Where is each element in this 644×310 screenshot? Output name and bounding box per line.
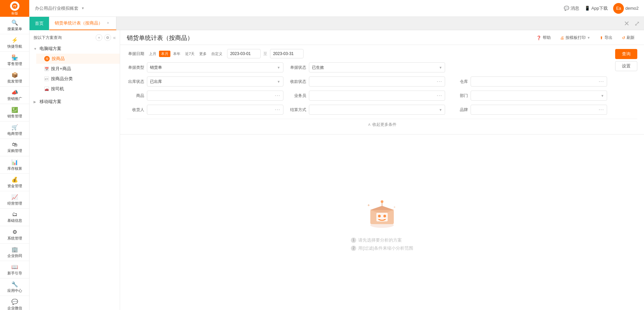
app-download-label: App下载 bbox=[591, 5, 608, 11]
sidebar-item-system[interactable]: ⚙ 系统管理 bbox=[0, 226, 29, 244]
dept-control[interactable]: ▼ bbox=[471, 91, 607, 101]
sidebar-item-guide-label: 新手引导 bbox=[7, 271, 22, 275]
date-tab-current-month[interactable]: 本月 bbox=[159, 51, 170, 57]
sidebar-item-search-label: 搜索菜单 bbox=[7, 27, 22, 31]
brand-label: 品牌 bbox=[450, 107, 468, 113]
by-dept-label: 按司机 bbox=[51, 86, 64, 92]
stock-status-control[interactable]: 已出库 ▼ bbox=[147, 76, 283, 87]
print-label: 按模板打印 bbox=[566, 35, 586, 41]
system-icon: ⚙ bbox=[12, 229, 17, 235]
warehouse-control[interactable]: ··· bbox=[471, 76, 607, 87]
sidebar-item-basic[interactable]: 🗂 基础信息 bbox=[0, 209, 29, 226]
page-actions: ❓ 帮助 🖨 按模板打印 ▼ ⬆ 导出 ↺ 刷新 bbox=[534, 34, 637, 42]
marketing-icon: 📣 bbox=[11, 89, 18, 96]
step-2-text: 用[过滤]条件来缩小分析范围 bbox=[358, 245, 413, 251]
doc-status-control[interactable]: 已生效 ▼ bbox=[309, 62, 445, 72]
tree-mobile-group[interactable]: ▶ 移动端方案 bbox=[30, 97, 120, 107]
header-right: 💬 消息 📱 App下载 Ea demo2 bbox=[564, 3, 639, 14]
help-label: 帮助 bbox=[543, 35, 551, 41]
tree-node-by-month-product[interactable]: 📅 按月+商品 bbox=[36, 64, 120, 74]
user-info[interactable]: Ea demo2 bbox=[613, 3, 639, 14]
sidebar-item-marketing-label: 营销推广 bbox=[7, 96, 22, 101]
collapse-panel-btn[interactable]: « bbox=[113, 35, 116, 40]
sidebar-item-marketing[interactable]: 📣 营销推广 bbox=[0, 87, 29, 104]
refresh-label: 刷新 bbox=[627, 35, 635, 41]
sidebar-item-wechat-label: 企业微信 bbox=[7, 306, 22, 310]
tab-active[interactable]: 销货单统计表（按商品） × bbox=[49, 17, 116, 30]
stock-status-value: 已出库 bbox=[150, 79, 277, 85]
payment-status-control[interactable]: ··· bbox=[309, 76, 445, 87]
tab-close-btn[interactable]: × bbox=[105, 20, 111, 26]
date-tab-7days[interactable]: 近7天 bbox=[183, 51, 197, 57]
logo-area: 标版 bbox=[0, 0, 29, 17]
sidebar-item-ecommerce[interactable]: 🛒 电商管理 bbox=[0, 121, 29, 139]
date-tab-custom[interactable]: 自定义 bbox=[209, 51, 224, 57]
warehouse-label: 仓库 bbox=[450, 79, 468, 85]
goods-control[interactable]: ··· bbox=[147, 91, 283, 101]
empty-steps: 1 请先选择要分析的方案 2 用[过滤]条件来缩小分析范围 bbox=[351, 237, 413, 253]
payment-method-control[interactable]: ▼ bbox=[309, 105, 445, 115]
date-to-input[interactable] bbox=[270, 49, 304, 58]
sidebar-item-inventory[interactable]: 📊 库存核算 bbox=[0, 156, 29, 174]
receiver-label: 收货人 bbox=[127, 107, 144, 113]
sidebar: 标版 🔍 搜索菜单 ⚡ 快捷导航 🏪 零售管理 📦 批发管理 📣 营销推广 💹 … bbox=[0, 0, 30, 310]
query-btn[interactable]: 查询 bbox=[615, 49, 637, 59]
doc-status-value: 已生效 bbox=[312, 65, 439, 70]
svg-point-1 bbox=[13, 6, 14, 7]
settings-scheme-btn[interactable]: ⚙ bbox=[104, 34, 111, 41]
date-tab-prev-month[interactable]: 上月 bbox=[147, 51, 158, 57]
doc-type-control[interactable]: 销货单 ▼ bbox=[147, 62, 283, 72]
print-btn[interactable]: 🖨 按模板打印 ▼ bbox=[557, 34, 593, 42]
staff-control[interactable]: ··· bbox=[309, 91, 445, 101]
messages-label: 消息 bbox=[571, 5, 579, 11]
sidebar-item-finance[interactable]: 💰 资金管理 bbox=[0, 174, 29, 191]
mobile-scheme-label: 移动端方案 bbox=[40, 99, 61, 105]
help-btn[interactable]: ❓ 帮助 bbox=[534, 34, 553, 42]
export-btn[interactable]: ⬆ 导出 bbox=[597, 34, 615, 42]
messages-btn[interactable]: 💬 消息 bbox=[564, 5, 579, 11]
logo-icon bbox=[10, 1, 19, 11]
tree-node-by-category[interactable]: 🏷 按商品分类 bbox=[36, 74, 120, 84]
step-1-num: 1 bbox=[351, 238, 356, 243]
date-label: 单据日期 bbox=[127, 51, 144, 57]
sidebar-item-purchase[interactable]: 🛍 采购管理 bbox=[0, 139, 29, 156]
sidebar-item-system-label: 系统管理 bbox=[7, 236, 22, 241]
sidebar-item-guide[interactable]: 📖 新手引导 bbox=[0, 261, 29, 278]
sidebar-item-operation[interactable]: 📈 经营管理 bbox=[0, 191, 29, 209]
date-tab-more[interactable]: 更多 bbox=[197, 51, 209, 57]
tab-home[interactable]: 首页 bbox=[30, 17, 49, 30]
industry-dropdown-icon[interactable]: ▼ bbox=[81, 6, 85, 10]
sidebar-item-wholesale[interactable]: 📦 批发管理 bbox=[0, 69, 29, 87]
dept-label: 部门 bbox=[450, 93, 468, 99]
brand-dots: ··· bbox=[599, 107, 604, 113]
window-close-icon[interactable]: ✕ bbox=[624, 20, 630, 27]
wechat-icon: 💬 bbox=[11, 299, 18, 305]
filter-settings-btn[interactable]: 设置 bbox=[615, 61, 637, 71]
brand-control[interactable]: ··· bbox=[471, 105, 607, 115]
sidebar-item-sales[interactable]: 💹 销售管理 bbox=[0, 104, 29, 121]
date-tab-year[interactable]: 本年 bbox=[171, 51, 182, 57]
doc-type-value: 销货单 bbox=[150, 65, 277, 70]
tree-node-by-product[interactable]: 按 按商品 bbox=[36, 54, 120, 64]
collapse-more-btn[interactable]: ∧ 收起更多条件 bbox=[127, 119, 637, 130]
print-dropdown-icon[interactable]: ▼ bbox=[587, 36, 590, 40]
tree-node-by-dept[interactable]: 🚗 按司机 bbox=[36, 84, 120, 94]
brand-item: 品牌 ··· bbox=[450, 105, 607, 115]
sidebar-item-appstore[interactable]: 🔧 应用中心 bbox=[0, 278, 29, 296]
refresh-btn[interactable]: ↺ 刷新 bbox=[619, 34, 637, 42]
add-scheme-btn[interactable]: + bbox=[96, 34, 102, 41]
sidebar-item-quicknav[interactable]: ⚡ 快捷导航 bbox=[0, 34, 29, 52]
sidebar-item-enterprise[interactable]: 🏢 企业协同 bbox=[0, 244, 29, 261]
receiver-control[interactable]: ··· bbox=[147, 105, 283, 115]
date-from-input[interactable] bbox=[227, 49, 261, 58]
app-download-btn[interactable]: 📱 App下载 bbox=[585, 5, 608, 11]
sidebar-item-retail[interactable]: 🏪 零售管理 bbox=[0, 52, 29, 69]
lph-actions: + ⚙ « bbox=[96, 34, 116, 41]
goods-item: 商品 ··· bbox=[127, 91, 283, 101]
tab-expand-btn[interactable]: ✕ ⤢ bbox=[620, 19, 644, 28]
filter-area: 单据日期 上月 本月 本年 近7天 更多 自定义 至 bbox=[120, 45, 644, 135]
window-expand-icon[interactable]: ⤢ bbox=[634, 20, 640, 27]
sidebar-item-search[interactable]: 🔍 搜索菜单 bbox=[0, 17, 29, 34]
sidebar-item-wechat[interactable]: 💬 企业微信 bbox=[0, 296, 29, 310]
tree-desktop-group[interactable]: ▼ 电脑端方案 bbox=[30, 44, 120, 54]
